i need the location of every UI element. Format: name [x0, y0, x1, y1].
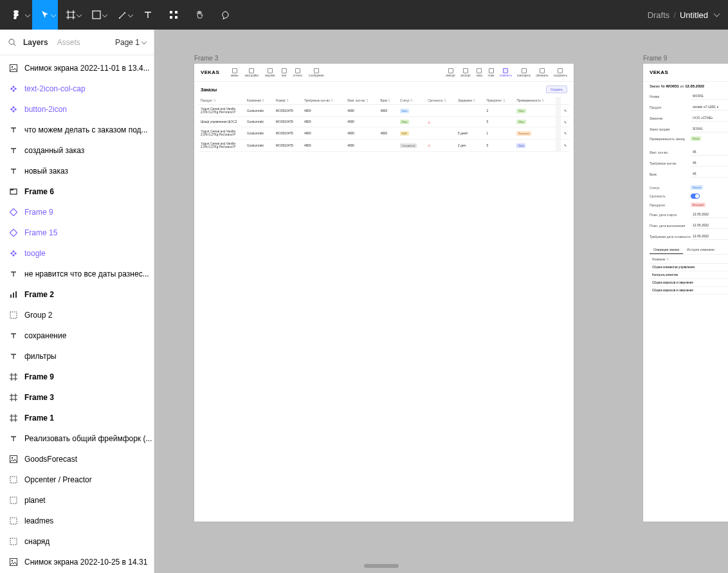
svg-rect-20	[10, 497, 17, 504]
chevron-down-icon	[102, 12, 107, 17]
svg-rect-10	[10, 189, 14, 190]
mock-field-row: План. дата старта12.05.2022	[650, 209, 728, 220]
mock-title-row: Заказы Создать	[194, 82, 574, 97]
layer-type-icon	[9, 269, 18, 278]
layer-item[interactable]: Frame 3	[0, 387, 154, 408]
layer-item[interactable]: leadmes	[0, 511, 154, 531]
layer-label: не нравится что все даты разнес...	[24, 269, 149, 278]
breadcrumb-drafts[interactable]: Drafts	[648, 10, 670, 20]
document-title[interactable]: Untitled	[680, 10, 708, 20]
layer-item[interactable]: toogle	[0, 243, 154, 264]
frame-label[interactable]: Frame 3	[194, 55, 218, 62]
svg-rect-1	[170, 11, 172, 14]
svg-rect-19	[10, 477, 17, 483]
svg-rect-4	[175, 16, 177, 19]
mock-nav-item: экспорт	[460, 68, 471, 77]
layer-item[interactable]: сохранение	[0, 325, 154, 346]
mock-ops-table: Название ⇅Номер ⇅Сборка элементов управл…	[650, 256, 728, 295]
layer-label: leadmes	[24, 516, 53, 525]
mock-field-row: Продуктsimatic s7-1200, к	[650, 102, 728, 113]
svg-rect-14	[13, 293, 14, 298]
layer-item[interactable]: снаряд	[0, 531, 154, 552]
mock-field-row: Заказ продажSO041	[650, 123, 728, 134]
frame-tool-button[interactable]	[58, 0, 84, 30]
chevron-down-icon	[141, 39, 147, 44]
layer-item[interactable]: GoodsForecast	[0, 449, 154, 469]
horizontal-scrollbar-thumb[interactable]	[364, 564, 399, 568]
pen-tool-button[interactable]	[109, 0, 135, 30]
mock-nav-item: сообщения	[309, 68, 323, 77]
canvas[interactable]: Frame 3 VEKAS менюнастройкизакупкиtestот…	[154, 30, 728, 573]
mock-nav-item: меню	[231, 68, 238, 77]
figma-menu-button[interactable]	[0, 0, 32, 30]
layer-item[interactable]: Opcenter / Preactor	[0, 469, 154, 490]
mock-logo: VEKAS	[201, 69, 219, 75]
layer-label: Реализовать общий фреймфорк (...	[24, 434, 152, 443]
layer-type-icon	[9, 496, 18, 505]
layer-item[interactable]: новый заказ	[0, 161, 154, 181]
layer-type-icon	[9, 414, 18, 423]
mock-nav-item: часы	[476, 68, 482, 77]
mock-nav-item: импорт	[446, 68, 455, 77]
layer-item[interactable]: Frame 1	[0, 408, 154, 428]
layer-item[interactable]: созданный заказ	[0, 140, 154, 161]
mock-nav-left: менюнастройкизакупкиtestотчетысообщения	[231, 68, 324, 77]
mock-order-title: Заказ № WO051 от 12.05.2022	[643, 82, 728, 91]
layer-type-icon	[9, 434, 18, 443]
layer-type-icon	[9, 331, 18, 340]
svg-rect-21	[10, 518, 17, 524]
layer-type-icon	[9, 311, 18, 320]
mock-nav-item: обновить	[536, 68, 548, 77]
resources-button[interactable]	[161, 0, 187, 30]
layer-item[interactable]: button-2icon	[0, 99, 154, 120]
layer-item[interactable]: text-2icon-col-cap	[0, 78, 154, 99]
layer-type-icon	[9, 537, 18, 546]
layer-type-icon	[9, 64, 18, 73]
mock-nav-item: план	[487, 68, 494, 77]
layer-item[interactable]: не нравится что все даты разнес...	[0, 264, 154, 284]
layer-item[interactable]: Frame 9	[0, 202, 154, 223]
tab-layers[interactable]: Layers	[23, 38, 48, 47]
layer-item[interactable]: что можем делать с заказом под...	[0, 120, 154, 140]
layer-item[interactable]: Frame 15	[0, 223, 154, 243]
canvas-frame-3[interactable]: Frame 3 VEKAS менюнастройкизакупкиtestот…	[194, 64, 574, 522]
mock-create-button: Создать	[546, 86, 567, 93]
move-tool-button[interactable]	[32, 0, 58, 30]
left-sidebar: Layers Assets Page 1 Снимок экрана 2022-…	[0, 30, 154, 573]
layer-item[interactable]: Реализовать общий фреймфорк (...	[0, 428, 154, 449]
layer-list[interactable]: Снимок экрана 2022-11-01 в 13.4...text-2…	[0, 55, 154, 573]
mock-field-row: Требуемая дата готовности12.05.2022	[650, 231, 728, 242]
layer-item[interactable]: Frame 2	[0, 284, 154, 305]
shape-tool-button[interactable]	[84, 0, 109, 30]
layer-label: Frame 3	[24, 393, 54, 402]
mock-table-row: Контроль качестваGoskontrakt	[650, 271, 728, 279]
layer-item[interactable]: Frame 6	[0, 181, 154, 202]
layer-item[interactable]: planet	[0, 490, 154, 511]
layer-type-icon	[9, 516, 18, 525]
canvas-frame-9[interactable]: Frame 9 VEKAS менюнастройки Заказ № WO05…	[643, 64, 728, 522]
mock-col-header: Номер ⇅	[273, 97, 302, 105]
layer-item[interactable]: Снимок экрана 2022-11-01 в 13.4...	[0, 58, 154, 78]
chevron-down-icon	[77, 12, 82, 17]
hand-tool-button[interactable]	[187, 0, 212, 30]
mock-col-header: Требуемое кол-во ⇅	[302, 97, 345, 105]
mock-table-row: Yogurt Cereal and Vanilla 2,5% 0,27Kg Pe…	[198, 140, 570, 152]
layer-item[interactable]: Group 2	[0, 305, 154, 325]
tab-assets[interactable]: Assets	[57, 38, 80, 47]
layer-item[interactable]: фильтры	[0, 346, 154, 367]
page-selector[interactable]: Page 1	[115, 38, 146, 47]
layer-type-icon	[9, 84, 18, 93]
search-icon[interactable]	[8, 38, 17, 47]
mock-table-row: Сборка каркасов и сверленияGoskontrakt	[650, 287, 728, 295]
layer-label: снаряд	[24, 537, 50, 546]
mock-table-row: Сборка каркасов и сверленияGoskontrakt	[650, 279, 728, 287]
svg-rect-12	[10, 229, 17, 236]
layer-item[interactable]: Снимок экрана 2022-10-25 в 14.31	[0, 552, 154, 572]
mock-col-header: Задержка ⇅	[455, 97, 484, 105]
layer-item[interactable]: Frame 9	[0, 367, 154, 387]
comment-tool-button[interactable]	[212, 0, 238, 30]
text-tool-button[interactable]	[135, 0, 161, 30]
svg-rect-2	[175, 11, 177, 14]
chevron-down-icon[interactable]	[714, 11, 720, 17]
frame-label[interactable]: Frame 9	[643, 55, 667, 62]
